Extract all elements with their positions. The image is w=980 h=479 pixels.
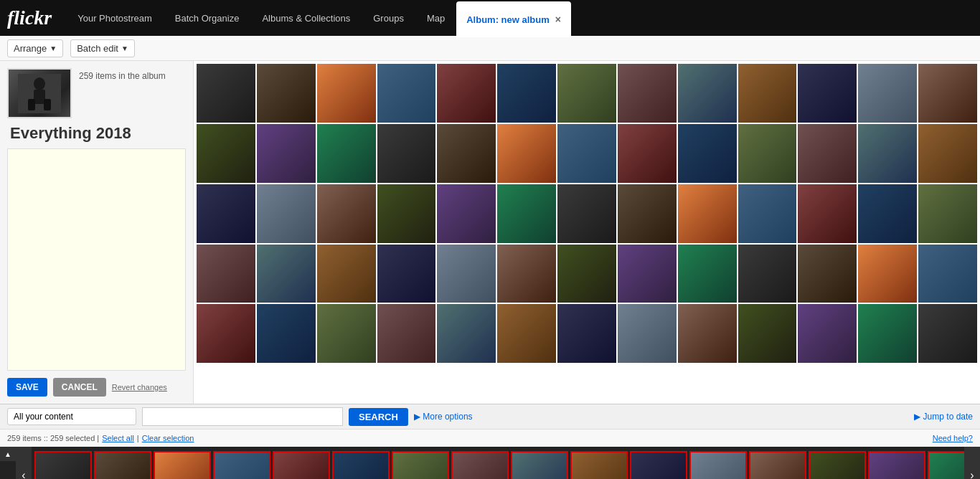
photo-cell[interactable] <box>858 245 917 303</box>
filmstrip-thumb[interactable] <box>928 451 964 479</box>
filmstrip-thumb[interactable] <box>332 451 390 479</box>
photo-cell[interactable] <box>497 245 556 303</box>
photo-cell[interactable] <box>437 184 496 243</box>
filmstrip-next-button[interactable]: › <box>964 447 980 479</box>
save-button[interactable]: SAVE <box>7 378 47 397</box>
photo-cell[interactable] <box>738 184 797 243</box>
filmstrip-thumb[interactable] <box>689 451 747 479</box>
photo-cell[interactable] <box>437 245 496 303</box>
photo-cell[interactable] <box>257 124 316 183</box>
filmstrip-thumb[interactable] <box>34 451 92 479</box>
photo-cell[interactable] <box>798 245 857 303</box>
photo-cell[interactable] <box>618 304 677 363</box>
photo-cell[interactable] <box>678 184 737 243</box>
photo-cell[interactable] <box>798 304 857 363</box>
photo-cell[interactable] <box>798 184 857 243</box>
photo-cell[interactable] <box>738 245 797 303</box>
photo-cell[interactable] <box>918 245 977 303</box>
photo-cell[interactable] <box>738 304 797 363</box>
filmstrip-thumb[interactable] <box>451 451 509 479</box>
nav-albums-collections[interactable]: Albums & Collections <box>250 0 362 36</box>
filmstrip-thumb[interactable] <box>809 451 866 479</box>
photo-cell[interactable] <box>618 64 677 123</box>
photo-cell[interactable] <box>618 124 677 183</box>
photo-grid-container[interactable] <box>194 61 980 404</box>
filmstrip-up-button[interactable]: ▲ <box>0 447 16 461</box>
batch-edit-button[interactable]: Batch edit ▼ <box>70 39 135 57</box>
search-button[interactable]: SEARCH <box>349 408 408 426</box>
clear-selection-link[interactable]: Clear selection <box>142 434 194 442</box>
photo-cell[interactable] <box>858 64 917 123</box>
filmstrip-thumb[interactable] <box>511 451 568 479</box>
nav-photostream[interactable]: Your Photostream <box>66 0 164 36</box>
photo-cell[interactable] <box>197 124 255 183</box>
cancel-button[interactable]: CANCEL <box>53 378 106 397</box>
filmstrip-thumb[interactable] <box>630 451 687 479</box>
filmstrip-thumb[interactable] <box>570 451 628 479</box>
photo-cell[interactable] <box>257 304 316 363</box>
photo-cell[interactable] <box>377 124 436 183</box>
active-album-tab[interactable]: Album: new album × <box>456 1 571 37</box>
photo-cell[interactable] <box>918 64 977 123</box>
photo-cell[interactable] <box>557 124 616 183</box>
photo-cell[interactable] <box>197 304 255 363</box>
nav-map[interactable]: Map <box>415 0 456 36</box>
photo-cell[interactable] <box>497 184 556 243</box>
photo-cell[interactable] <box>197 245 255 303</box>
photo-cell[interactable] <box>738 64 797 123</box>
photo-cell[interactable] <box>557 304 616 363</box>
photo-cell[interactable] <box>557 184 616 243</box>
filmstrip-scroll[interactable] <box>32 449 964 479</box>
photo-cell[interactable] <box>377 184 436 243</box>
photo-cell[interactable] <box>678 304 737 363</box>
content-select[interactable]: All your content <box>7 408 136 425</box>
photo-cell[interactable] <box>678 64 737 123</box>
photo-cell[interactable] <box>317 64 376 123</box>
album-title-input[interactable] <box>7 123 186 144</box>
photo-cell[interactable] <box>377 245 436 303</box>
photo-cell[interactable] <box>798 124 857 183</box>
photo-cell[interactable] <box>377 64 436 123</box>
photo-cell[interactable] <box>497 124 556 183</box>
nav-groups[interactable]: Groups <box>362 0 415 36</box>
photo-cell[interactable] <box>858 184 917 243</box>
photo-cell[interactable] <box>618 184 677 243</box>
photo-cell[interactable] <box>618 245 677 303</box>
photo-cell[interactable] <box>918 184 977 243</box>
photo-cell[interactable] <box>257 184 316 243</box>
jump-to-date-link[interactable]: ▶ Jump to date <box>914 412 973 422</box>
revert-changes-link[interactable]: Revert changes <box>112 383 167 392</box>
search-input[interactable] <box>142 407 343 426</box>
photo-cell[interactable] <box>317 245 376 303</box>
photo-cell[interactable] <box>497 64 556 123</box>
filmstrip-thumb[interactable] <box>154 451 211 479</box>
photo-cell[interactable] <box>197 64 255 123</box>
arrange-button[interactable]: Arrange ▼ <box>7 39 63 57</box>
photo-cell[interactable] <box>678 124 737 183</box>
close-tab-icon[interactable]: × <box>555 14 561 25</box>
photo-cell[interactable] <box>437 304 496 363</box>
photo-cell[interactable] <box>497 304 556 363</box>
select-all-link[interactable]: Select all <box>102 434 134 442</box>
photo-cell[interactable] <box>317 304 376 363</box>
filmstrip-thumb[interactable] <box>213 451 270 479</box>
photo-cell[interactable] <box>858 124 917 183</box>
filmstrip-thumb[interactable] <box>94 451 151 479</box>
photo-cell[interactable] <box>678 245 737 303</box>
photo-cell[interactable] <box>918 304 977 363</box>
nav-batch-organize[interactable]: Batch Organize <box>164 0 251 36</box>
photo-cell[interactable] <box>377 304 436 363</box>
filmstrip-thumb[interactable] <box>392 451 449 479</box>
filmstrip-thumb[interactable] <box>273 451 330 479</box>
filmstrip-thumb[interactable] <box>749 451 806 479</box>
photo-cell[interactable] <box>557 64 616 123</box>
photo-cell[interactable] <box>257 64 316 123</box>
photo-cell[interactable] <box>437 64 496 123</box>
need-help-link[interactable]: Need help? <box>933 434 973 442</box>
filmstrip-thumb[interactable] <box>868 451 925 479</box>
photo-cell[interactable] <box>858 304 917 363</box>
photo-cell[interactable] <box>317 184 376 243</box>
photo-cell[interactable] <box>317 124 376 183</box>
more-options-link[interactable]: ▶ More options <box>414 412 473 422</box>
photo-cell[interactable] <box>197 184 255 243</box>
